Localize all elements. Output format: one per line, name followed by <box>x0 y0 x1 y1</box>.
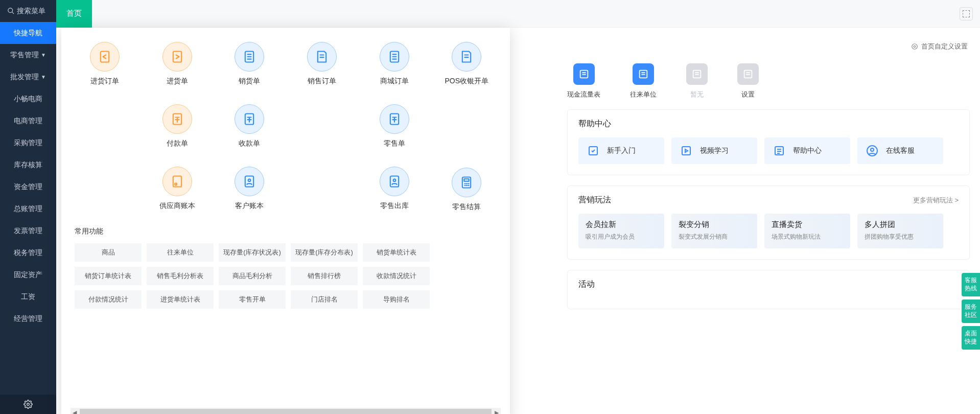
tab-home[interactable]: 首页 <box>56 0 92 28</box>
marketing-item-1[interactable]: 裂变分销裂变式发展分销商 <box>671 214 757 248</box>
marketing-item-0[interactable]: 会员拉新吸引用户成为会员 <box>578 214 664 248</box>
flyout-scrollbar[interactable]: ◀ ▶ <box>71 408 501 414</box>
marketing-more-link[interactable]: 更多营销玩法 > <box>913 196 959 205</box>
help-icon <box>866 144 879 157</box>
sidebar-item-0[interactable]: 快捷导航 <box>0 22 56 44</box>
sidebar-item-3[interactable]: 小畅电商 <box>0 88 56 110</box>
sidebar-item-5[interactable]: 采购管理 <box>0 132 56 154</box>
scroll-right-icon[interactable]: ▶ <box>493 408 501 414</box>
flow-node-icon <box>235 104 264 134</box>
common-fn-6[interactable]: 销售毛利分析表 <box>147 267 214 285</box>
help-card: 帮助中心 新手入门视频学习帮助中心在线客服 <box>567 109 970 175</box>
help-item-2[interactable]: 帮助中心 <box>764 137 850 164</box>
help-item-1[interactable]: 视频学习 <box>671 137 757 164</box>
common-functions-grid: 商品往来单位现存量(库存状况表)现存量(库存分布表)销货单统计表销货订单统计表销… <box>71 243 501 309</box>
sidebar-search[interactable]: 搜索菜单 <box>0 0 56 22</box>
sidebar-item-8[interactable]: 总账管理 <box>0 198 56 220</box>
sidebar-item-7[interactable]: 资金管理 <box>0 176 56 198</box>
common-fn-0[interactable]: 商品 <box>75 243 142 262</box>
common-fn-8[interactable]: 销售排行榜 <box>291 267 358 285</box>
common-fn-2[interactable]: 现存量(库存状况表) <box>219 243 286 262</box>
side-fab-0[interactable]: 客服热线 <box>962 273 980 296</box>
sidebar-settings[interactable] <box>0 395 56 414</box>
flow-node-0-0[interactable]: 进货订单 <box>90 42 120 86</box>
homepage-settings-link[interactable]: 首页自定义设置 <box>911 42 968 51</box>
flow-node-4-1[interactable]: 零售单 <box>380 104 409 148</box>
svg-point-0 <box>8 8 13 13</box>
flow-node-1-0[interactable]: 进货单 <box>162 42 192 86</box>
side-fab-1[interactable]: 服务社区 <box>962 300 980 323</box>
flow-node-1-2[interactable]: 供应商账本 <box>159 167 195 211</box>
side-fab-2[interactable]: 桌面快捷 <box>962 326 980 350</box>
marketing-item-title: 会员拉新 <box>586 220 657 229</box>
help-icon <box>587 144 600 157</box>
flow-node-label: 零售出库 <box>380 201 409 211</box>
marketing-item-title: 裂变分销 <box>679 220 750 229</box>
scroll-thumb[interactable] <box>80 409 492 414</box>
svg-point-3 <box>914 45 916 48</box>
quick-item-1[interactable]: 往来单位 <box>630 63 657 99</box>
help-card-title: 帮助中心 <box>578 119 959 129</box>
common-fn-11[interactable]: 进货单统计表 <box>147 290 214 309</box>
flow-node-5-0[interactable]: POS收银开单 <box>445 42 488 86</box>
flow-node-5-2[interactable]: 零售结算 <box>452 168 481 212</box>
quick-item-2[interactable]: 暂无 <box>686 63 708 99</box>
common-fn-1[interactable]: 往来单位 <box>147 243 214 262</box>
common-fn-12[interactable]: 零售开单 <box>219 290 286 309</box>
svg-rect-8 <box>173 176 181 187</box>
flow-node-icon <box>380 104 409 134</box>
sidebar-item-label: 工资 <box>21 292 35 302</box>
sidebar-search-label: 搜索菜单 <box>17 7 45 16</box>
activity-card: 活动 <box>567 270 970 309</box>
flow-node-label: POS收银开单 <box>445 77 488 86</box>
flow-node-2-0[interactable]: 销货单 <box>235 42 264 86</box>
common-fn-9[interactable]: 收款情况统计 <box>363 267 430 285</box>
quick-item-0[interactable]: 现金流量表 <box>567 63 600 99</box>
flow-node-4-2[interactable]: 零售出库 <box>380 167 409 211</box>
common-fn-7[interactable]: 商品毛利分析 <box>219 267 286 285</box>
flow-node-2-1[interactable]: 收款单 <box>235 104 264 148</box>
sidebar-item-4[interactable]: 电商管理 <box>0 110 56 132</box>
flow-node-icon <box>90 42 120 72</box>
help-item-0[interactable]: 新手入门 <box>578 137 664 164</box>
sidebar-item-label: 固定资产 <box>14 270 42 280</box>
sidebar-item-12[interactable]: 工资 <box>0 286 56 308</box>
common-fn-4[interactable]: 销货单统计表 <box>363 243 430 262</box>
common-fn-5[interactable]: 销货订单统计表 <box>75 267 142 285</box>
side-fab-group: 客服热线服务社区桌面快捷 <box>962 273 980 350</box>
common-fn-13[interactable]: 门店排名 <box>291 290 358 309</box>
quick-item-3[interactable]: 设置 <box>737 63 759 99</box>
sidebar-item-6[interactable]: 库存核算 <box>0 154 56 176</box>
right-column: 现金流量表往来单位暂无设置 帮助中心 新手入门视频学习帮助中心在线客服 营销玩法… <box>567 63 970 309</box>
sidebar-item-1[interactable]: 零售管理▼ <box>0 44 56 66</box>
flow-node-3-0[interactable]: 销售订单 <box>307 42 337 86</box>
quicknav-flyout: 进货订单进货单付款单供应商账本销货单收款单客户账本销售订单商城订单零售单零售出库… <box>61 28 510 414</box>
flow-node-label: 供应商账本 <box>159 201 195 211</box>
common-fn-14[interactable]: 导购排名 <box>363 290 430 309</box>
sidebar-item-13[interactable]: 经营管理 <box>0 308 56 330</box>
sidebar-item-2[interactable]: 批发管理▼ <box>0 66 56 88</box>
sidebar-item-9[interactable]: 发票管理 <box>0 220 56 242</box>
sidebar-item-label: 批发管理 <box>10 73 39 82</box>
common-fn-10[interactable]: 付款情况统计 <box>75 290 142 309</box>
help-item-3[interactable]: 在线客服 <box>857 137 943 164</box>
svg-point-12 <box>248 179 251 181</box>
common-fn-3[interactable]: 现存量(库存分布表) <box>291 243 358 262</box>
flow-node-1-1[interactable]: 付款单 <box>162 104 192 148</box>
marketing-item-3[interactable]: 多人拼团拼团购物享受优惠 <box>857 214 943 248</box>
sidebar-item-10[interactable]: 税务管理 <box>0 242 56 264</box>
flow-node-label: 零售单 <box>384 139 405 148</box>
flow-node-icon <box>307 42 337 72</box>
sidebar-item-label: 发票管理 <box>14 226 42 236</box>
svg-point-2 <box>27 403 30 406</box>
flow-node-label: 销售订单 <box>308 77 336 86</box>
quick-label: 现金流量表 <box>567 90 600 99</box>
flow-node-icon <box>452 168 481 197</box>
flow-node-2-2[interactable]: 客户账本 <box>235 167 264 211</box>
sidebar-item-label: 税务管理 <box>14 248 42 258</box>
fullscreen-button[interactable] <box>960 7 973 20</box>
scroll-left-icon[interactable]: ◀ <box>71 408 79 414</box>
marketing-item-2[interactable]: 直播卖货场景式购物新玩法 <box>764 214 850 248</box>
flow-node-4-0[interactable]: 商城订单 <box>380 42 409 86</box>
sidebar-item-11[interactable]: 固定资产 <box>0 264 56 286</box>
